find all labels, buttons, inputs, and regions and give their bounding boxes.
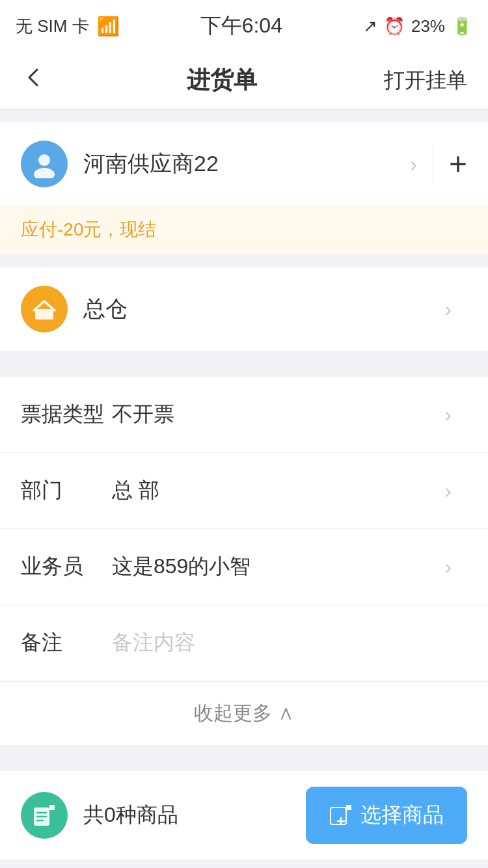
- section-divider-2: [0, 254, 488, 267]
- invoice-type-row[interactable]: 票据类型 不开票 ›: [0, 377, 488, 453]
- warehouse-name: 总仓: [83, 294, 444, 324]
- status-time: 下午6:04: [200, 12, 282, 40]
- product-count-text: 共0种商品: [83, 801, 290, 830]
- battery-text: 23%: [411, 16, 445, 36]
- warehouse-row[interactable]: 总仓 ›: [0, 267, 488, 351]
- warehouse-icon: [21, 286, 68, 332]
- battery-icon: 🔋: [452, 16, 472, 36]
- section-divider-4: [0, 745, 488, 758]
- location-icon: ↗: [363, 16, 377, 36]
- invoice-type-chevron-icon: ›: [444, 403, 452, 427]
- warehouse-chevron-icon: ›: [444, 297, 452, 321]
- status-right-icons: ↗ ⏰ 23% 🔋: [363, 16, 472, 36]
- collapse-label: 收起更多 ∧: [194, 702, 293, 724]
- status-carrier: 无 SIM 卡 📶: [16, 15, 120, 38]
- invoice-type-label: 票据类型: [21, 400, 112, 429]
- supplier-row[interactable]: 河南供应商22 › +: [0, 122, 488, 206]
- remark-label: 备注: [21, 629, 112, 657]
- supplier-name: 河南供应商22: [83, 149, 410, 179]
- product-count-icon: [21, 792, 68, 839]
- nav-bar: 进货单 打开挂单: [0, 52, 488, 109]
- salesperson-label: 业务员: [21, 552, 112, 581]
- svg-point-1: [34, 168, 55, 178]
- department-chevron-icon: ›: [444, 479, 452, 503]
- form-section: 票据类型 不开票 › 部门 总 部 › 业务员 这是859的小智 › 备注 备注…: [0, 377, 488, 745]
- svg-rect-9: [346, 805, 351, 810]
- remark-input[interactable]: 备注内容: [112, 629, 467, 657]
- salesperson-row[interactable]: 业务员 这是859的小智 ›: [0, 529, 488, 605]
- supplier-avatar: [21, 141, 68, 187]
- page-title: 进货单: [187, 64, 257, 96]
- remark-row[interactable]: 备注 备注内容: [0, 605, 488, 681]
- page-footer: [0, 860, 488, 868]
- department-label: 部门: [21, 476, 112, 505]
- svg-rect-4: [49, 805, 55, 810]
- add-supplier-button[interactable]: +: [449, 148, 467, 180]
- select-product-button[interactable]: 选择商品: [306, 787, 467, 844]
- department-value: 总 部: [112, 476, 444, 505]
- salesperson-chevron-icon: ›: [444, 555, 452, 579]
- salesperson-value: 这是859的小智: [112, 552, 444, 581]
- svg-rect-2: [35, 309, 53, 319]
- svg-point-0: [38, 154, 50, 166]
- select-product-label: 选择商品: [360, 801, 444, 830]
- wifi-icon: 📶: [97, 16, 120, 37]
- bottom-bar: 共0种商品 选择商品: [0, 771, 488, 860]
- status-bar: 无 SIM 卡 📶 下午6:04 ↗ ⏰ 23% 🔋: [0, 0, 488, 52]
- supplier-chevron-icon: ›: [410, 152, 417, 176]
- warehouse-section: 总仓 ›: [0, 267, 488, 351]
- department-row[interactable]: 部门 总 部 ›: [0, 453, 488, 529]
- alarm-icon: ⏰: [384, 16, 405, 36]
- supplier-section: 河南供应商22 › + 应付-20元，现结: [0, 122, 488, 254]
- back-button[interactable]: [21, 64, 60, 96]
- notice-banner: 应付-20元，现结: [0, 206, 488, 254]
- invoice-type-value: 不开票: [112, 400, 444, 429]
- vertical-divider: [433, 144, 433, 183]
- carrier-text: 无 SIM 卡: [16, 15, 89, 38]
- open-pending-button[interactable]: 打开挂单: [384, 66, 467, 95]
- collapse-button[interactable]: 收起更多 ∧: [0, 681, 488, 745]
- section-divider-1: [0, 109, 488, 122]
- section-divider-3: [0, 351, 488, 364]
